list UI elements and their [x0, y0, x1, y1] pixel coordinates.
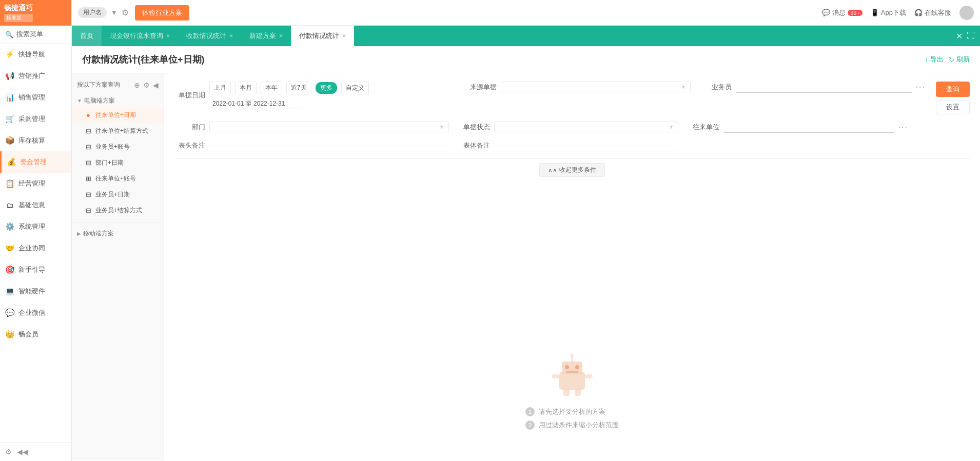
filter-partner-input[interactable]	[723, 122, 894, 133]
mobile-scheme-group-header[interactable]: ▶ 移动端方案	[72, 227, 164, 240]
salesman-more-btn[interactable]: ···	[916, 83, 926, 92]
basic-info-icon: 🗂	[5, 201, 14, 210]
desktop-scheme-group-header[interactable]: ▼ 电脑端方案	[72, 94, 164, 107]
filter-source-select[interactable]: ▼	[501, 82, 691, 92]
tab-receipt-stats-close[interactable]: ×	[229, 32, 233, 39]
purchase-icon: 🛒	[5, 114, 14, 124]
filter-header-note-input[interactable]	[209, 140, 449, 151]
scheme-item-salesman-date[interactable]: ⊟ 业务员+日期	[72, 187, 164, 203]
date-btn-this-month[interactable]: 本月	[235, 82, 257, 94]
sidebar-item-guide[interactable]: 🎯 新手引导	[0, 259, 71, 280]
tab-bank-flow-label: 现金银行流水查询	[110, 31, 163, 41]
tab-home[interactable]: 首页	[72, 26, 102, 46]
filter-salesman-input[interactable]	[736, 82, 912, 93]
sidebar-item-purchase[interactable]: 🛒 采购管理	[0, 108, 71, 130]
sidebar-item-member[interactable]: 👑 畅会员	[0, 324, 71, 345]
sidebar-item-inventory[interactable]: 📦 库存核算	[0, 130, 71, 151]
sidebar-item-quick-nav[interactable]: ⚡ 快捷导航	[0, 44, 71, 65]
setting-btn[interactable]: 设置	[936, 100, 970, 114]
content-body: 按以下方案查询 ⊕ ⚙ ◀ ▼ 电脑端方案 ● 往来单位+日期	[72, 73, 980, 460]
sidebar-item-operation[interactable]: 📋 经营管理	[0, 173, 71, 194]
dept-dropdown-icon: ▼	[439, 124, 444, 130]
page-title: 付款情况统计(往来单位+日期)	[82, 53, 205, 66]
date-btn-more[interactable]: 更多	[316, 82, 337, 94]
filter-status-select[interactable]: ▼	[494, 122, 679, 132]
filter-dept-select[interactable]: ▼	[209, 122, 449, 132]
refresh-btn[interactable]: ↻ 刷新	[949, 55, 970, 64]
scheme-item-partner-settle[interactable]: ⊟ 往来单位+结算方式	[72, 123, 164, 139]
sidebar-item-enterprise[interactable]: 🤝 企业协同	[0, 237, 71, 259]
date-btn-this-year[interactable]: 本年	[261, 82, 282, 94]
app-download-btn[interactable]: 📱 App下载	[871, 8, 906, 17]
date-btn-custom[interactable]: 自定义	[341, 82, 369, 94]
sidebar-item-marketing[interactable]: 📢 营销推广	[0, 65, 71, 87]
scheme-item-label: 往来单位+结算方式	[95, 127, 148, 135]
scheme-collapse-btn[interactable]: ◀	[153, 81, 159, 89]
collapse-more-btn[interactable]: ∧∧ 收起更多条件	[539, 163, 605, 177]
sidebar-item-wechat[interactable]: 💬 企业微信	[0, 302, 71, 324]
date-range-input[interactable]	[209, 98, 302, 109]
tab-bank-flow[interactable]: 现金银行流水查询 ×	[102, 26, 178, 46]
sidebar-item-label: 采购管理	[18, 114, 45, 124]
search-menu-item[interactable]: 🔍 搜索菜单	[0, 26, 71, 44]
query-btn[interactable]: 查询	[936, 82, 970, 97]
filter-date-label: 单据日期	[174, 91, 205, 100]
svg-point-3	[575, 365, 579, 369]
trial-industry-btn[interactable]: 体验行业方案	[135, 5, 189, 21]
scheme-item-partner-date[interactable]: ● 往来单位+日期	[72, 107, 164, 123]
scheme-item-icon-5: ⊟	[84, 191, 92, 199]
sidebar-item-sales[interactable]: 📊 销售管理	[0, 87, 71, 108]
collapse-label: 收起更多条件	[559, 166, 596, 174]
desktop-scheme-group: ▼ 电脑端方案 ● 往来单位+日期 ⊟ 往来单位+结算方式 ⊟ 业务员+账号	[72, 92, 164, 221]
tab-payment-stats[interactable]: 付款情况统计 ×	[291, 26, 354, 46]
scheme-item-partner-account[interactable]: ⊞ 往来单位+账号	[72, 171, 164, 187]
online-service-label: 在线客服	[925, 8, 951, 17]
export-btn[interactable]: ↑ 导出	[925, 55, 944, 64]
date-btn-last-month[interactable]: 上月	[209, 82, 231, 94]
topbar-settings-icon[interactable]: ⚙	[122, 8, 129, 17]
search-icon: 🔍	[5, 31, 13, 38]
topbar: 用户名 ▼ ⚙ 体验行业方案 💬 消息 99+ 📱 App下载 🎧 在线客服	[72, 0, 980, 26]
scheme-item-label: 往来单位+账号	[95, 174, 136, 183]
scheme-settings-btn[interactable]: ⚙	[143, 81, 150, 89]
sidebar-collapse-btn[interactable]: ◀◀	[17, 448, 28, 456]
sidebar-version: 标准版	[4, 14, 33, 22]
sidebar-settings-btn[interactable]: ⚙	[5, 448, 12, 456]
scheme-panel-header: 按以下方案查询 ⊕ ⚙ ◀	[72, 77, 164, 92]
online-service-btn[interactable]: 🎧 在线客服	[914, 8, 951, 17]
sidebar-item-label: 企业协同	[18, 244, 45, 253]
tabbar: 首页 现金银行流水查询 × 收款情况统计 × 新建方案 × 付款情况统计 × ✕…	[72, 26, 980, 46]
capital-icon: 💰	[7, 157, 16, 167]
sidebar-item-label: 资金管理	[20, 157, 47, 167]
hardware-icon: 💻	[5, 287, 14, 296]
topbar-dropdown-icon[interactable]: ▼	[111, 9, 117, 16]
marketing-icon: 📢	[5, 71, 14, 81]
filter-row-2: 部门 ▼ 单据状态 ▼	[174, 122, 970, 133]
mobile-scheme-group-label: 移动端方案	[83, 229, 114, 238]
tab-payment-stats-close[interactable]: ×	[342, 32, 346, 39]
tab-payment-stats-label: 付款情况统计	[299, 31, 339, 41]
tab-receipt-stats[interactable]: 收款情况统计 ×	[178, 26, 241, 46]
tab-close-all-btn[interactable]: ✕	[956, 31, 963, 41]
guide-icon: 🎯	[5, 265, 14, 274]
scheme-item-dept-date[interactable]: ⊟ 部门+日期	[72, 155, 164, 171]
sidebar-item-capital[interactable]: 💰 资金管理	[0, 151, 71, 173]
sidebar-item-basic-info[interactable]: 🗂 基础信息	[0, 194, 71, 216]
tab-new-scheme-close[interactable]: ×	[279, 32, 283, 39]
empty-tip-1: 1 请先选择要分析的方案	[525, 407, 619, 416]
scheme-item-salesman-settle[interactable]: ⊟ 业务员+结算方式	[72, 203, 164, 218]
date-btn-last7[interactable]: 近7天	[286, 82, 311, 94]
tip-num-1: 1	[525, 407, 535, 416]
tab-bank-flow-close[interactable]: ×	[166, 32, 170, 39]
sidebar-item-system[interactable]: ⚙️ 系统管理	[0, 216, 71, 237]
scheme-add-btn[interactable]: ⊕	[134, 81, 140, 89]
export-icon: ↑	[925, 56, 929, 64]
partner-more-btn[interactable]: ···	[898, 123, 908, 132]
notification-btn[interactable]: 💬 消息 99+	[822, 8, 863, 17]
filter-body-note-input[interactable]	[494, 140, 679, 151]
scheme-item-salesman-account[interactable]: ⊟ 业务员+账号	[72, 139, 164, 155]
sidebar-item-hardware[interactable]: 💻 智能硬件	[0, 280, 71, 302]
tab-new-scheme[interactable]: 新建方案 ×	[241, 26, 291, 46]
sidebar-item-label: 销售管理	[18, 93, 45, 102]
tab-maximize-btn[interactable]: ⛶	[967, 31, 975, 41]
